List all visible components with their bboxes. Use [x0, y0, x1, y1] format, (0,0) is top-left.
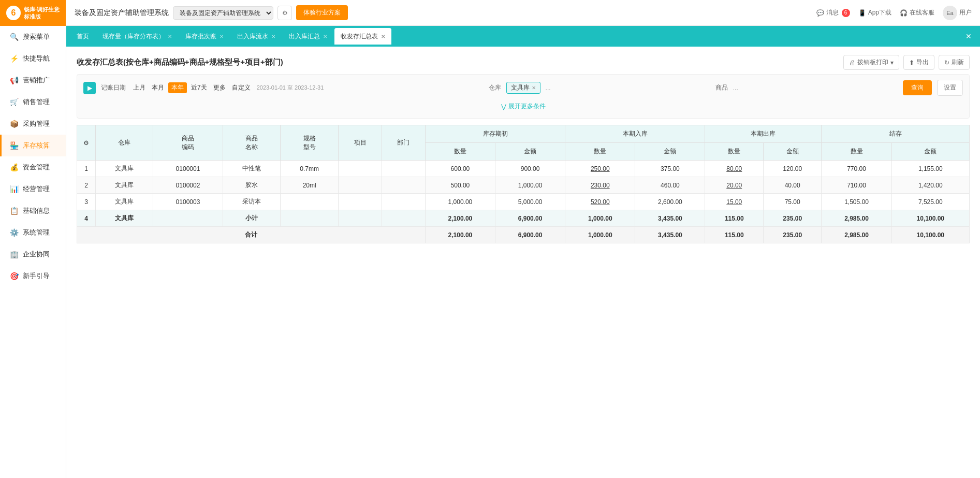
sidebar-item-basic[interactable]: 📋基础信息: [0, 200, 66, 222]
sidebar-item-finance[interactable]: 💰资金管理: [0, 156, 66, 178]
print-button[interactable]: 🖨 拨销板打印 ▾: [843, 55, 899, 70]
message-badge: 6: [842, 9, 850, 17]
row-in-amount: 2,600.00: [635, 194, 705, 210]
sidebar-item-sales[interactable]: 🛒销售管理: [0, 91, 66, 113]
date-last-month-btn[interactable]: 上月: [131, 82, 148, 93]
row-out-qty[interactable]: 20.00: [705, 177, 763, 194]
product-more-btn[interactable]: ...: [733, 84, 738, 92]
date-custom-btn[interactable]: 自定义: [230, 82, 253, 93]
warehouse-tag-close-icon[interactable]: ✕: [532, 85, 536, 91]
sidebar-item-label: 销售管理: [23, 97, 50, 107]
tab-close-all-btn[interactable]: ✕: [961, 32, 976, 40]
row-in-amount: 375.00: [635, 161, 705, 177]
row-in-qty[interactable]: 230.00: [565, 177, 635, 194]
export-label: 导出: [916, 58, 929, 67]
system-select[interactable]: 装备及固定资产辅助管理系统: [173, 6, 273, 20]
table-row: 3文具库0100003采访本1,000.005,000.00520.002,60…: [77, 194, 970, 210]
export-button[interactable]: ⬆ 导出: [903, 55, 934, 70]
expand-conditions-btn[interactable]: ⋁ 展开更多条件: [497, 100, 550, 113]
row-spec: [280, 210, 338, 227]
date-more-btn[interactable]: 更多: [211, 82, 228, 93]
sidebar-item-purchase[interactable]: 📦采购管理: [0, 113, 66, 135]
app-logo: 6 畅库·调好生意 标准版: [0, 0, 66, 26]
sidebar-item-operation[interactable]: 📊经营管理: [0, 178, 66, 200]
row-in-qty[interactable]: 250.00: [565, 161, 635, 177]
date-7days-btn[interactable]: 近7天: [189, 82, 209, 93]
row-department: [382, 210, 426, 227]
row-in-qty[interactable]: 520.00: [565, 194, 635, 210]
online-service-btn[interactable]: 🎧 在线客服: [900, 8, 934, 17]
date-this-year-btn[interactable]: 本年: [168, 82, 187, 93]
tab-close-icon[interactable]: ✕: [168, 34, 172, 39]
message-btn[interactable]: 💬 消息 6: [816, 8, 850, 17]
row-out-qty: 115.00: [705, 210, 763, 227]
row-no: 1: [77, 161, 96, 177]
tab---[interactable]: 首页: [70, 28, 95, 45]
logo-icon: 6: [6, 6, 21, 20]
sidebar-item-label: 经营管理: [23, 184, 50, 194]
th-warehouse: 仓库: [96, 125, 153, 161]
date-filter-buttons: 上月 本月 本年 近7天 更多 自定义 2023-01-01 至 2023-12…: [131, 82, 324, 93]
tab-----------[interactable]: 现存量（库存分布表）✕: [96, 28, 178, 45]
trial-button[interactable]: 体验行业方案: [296, 5, 348, 20]
tab------[interactable]: 出入库汇总✕: [283, 28, 333, 45]
data-table: ⚙ 仓库 商品编码 商品名称 规格型号 项目 部门 库存期初 本期入库 本期出库…: [77, 125, 970, 243]
row-balance-amount: 7,525.00: [891, 194, 969, 210]
system-title: 装备及固定资产辅助管理系统: [75, 8, 169, 18]
guide-icon: 🎯: [10, 272, 19, 280]
sidebar-item-label: 采购管理: [23, 119, 50, 128]
row-out-qty[interactable]: 80.00: [705, 161, 763, 177]
export-icon: ⬆: [909, 59, 914, 66]
sales-icon: 🛒: [10, 98, 19, 106]
page-actions: 🖨 拨销板打印 ▾ ⬆ 导出 ↻ 刷新: [843, 55, 970, 70]
query-button[interactable]: 查询: [903, 80, 932, 95]
setting-button[interactable]: 设置: [937, 80, 963, 96]
sidebar-item-label: 库存核算: [23, 141, 50, 150]
sidebar-item-label: 搜索菜单: [23, 32, 50, 41]
warehouse-more-btn[interactable]: ...: [546, 84, 551, 92]
row-department: [382, 194, 426, 210]
system-icon: ⚙️: [10, 228, 19, 237]
print-icon: 🖨: [849, 59, 855, 66]
sidebar-item-guide[interactable]: 🎯新手引导: [0, 265, 66, 287]
app-download-btn[interactable]: 📱 App下载: [858, 8, 891, 17]
tab-------[interactable]: 收发存汇总表✕: [334, 28, 391, 45]
tab-close-icon[interactable]: ✕: [220, 34, 224, 39]
page-title: 收发存汇总表(按仓库+商品编码+商品+规格型号+项目+部门): [77, 57, 283, 67]
footer-out-amount: 235.00: [763, 227, 821, 243]
sidebar-item-inventory[interactable]: 🏪库存核算: [0, 135, 66, 156]
date-this-month-btn[interactable]: 本月: [150, 82, 166, 93]
sidebar-item-quick-nav[interactable]: ⚡快捷导航: [0, 48, 66, 69]
row-code: [153, 210, 223, 227]
date-range-display: 2023-01-01 至 2023-12-31: [257, 84, 324, 92]
sidebar-item-corp[interactable]: 🏢企业协同: [0, 243, 66, 265]
sidebar-item-label: 系统管理: [23, 228, 50, 237]
tab------[interactable]: 库存批次账✕: [179, 28, 230, 45]
row-department: [382, 161, 426, 177]
operation-icon: 📊: [10, 185, 19, 193]
tab-close-icon[interactable]: ✕: [381, 34, 385, 39]
settings-icon[interactable]: ⚙: [277, 6, 292, 20]
filter-toggle-btn[interactable]: ▶: [83, 82, 96, 94]
row-name: 小计: [223, 210, 281, 227]
row-opening-amount: 6,900.00: [495, 210, 565, 227]
sidebar-item-search[interactable]: 🔍搜索菜单: [0, 26, 66, 48]
sidebar-item-system[interactable]: ⚙️系统管理: [0, 222, 66, 243]
row-out-qty[interactable]: 15.00: [705, 194, 763, 210]
tabbar: 首页现存量（库存分布表）✕库存批次账✕出入库流水✕出入库汇总✕收发存汇总表✕✕: [66, 26, 980, 47]
sidebar-item-marketing[interactable]: 📢营销推广: [0, 69, 66, 91]
tab-label: 出入库流水: [237, 32, 268, 41]
tab-close-icon[interactable]: ✕: [323, 34, 327, 39]
th-opening-amount: 金额: [495, 143, 565, 161]
th-product-code: 商品编码: [153, 125, 223, 161]
refresh-button[interactable]: ↻ 刷新: [939, 55, 970, 70]
row-no: 2: [77, 177, 96, 194]
footer-in-amount: 3,435.00: [635, 227, 705, 243]
row-warehouse: 文具库: [96, 194, 153, 210]
expand-icon: ⋁: [501, 103, 506, 110]
tab------[interactable]: 出入库流水✕: [231, 28, 282, 45]
logo-text: 畅库·调好生意 标准版: [24, 6, 60, 21]
user-btn[interactable]: Ea 用户: [943, 6, 972, 20]
tab-close-icon[interactable]: ✕: [271, 34, 275, 39]
product-filter-label: 商品: [715, 83, 728, 92]
